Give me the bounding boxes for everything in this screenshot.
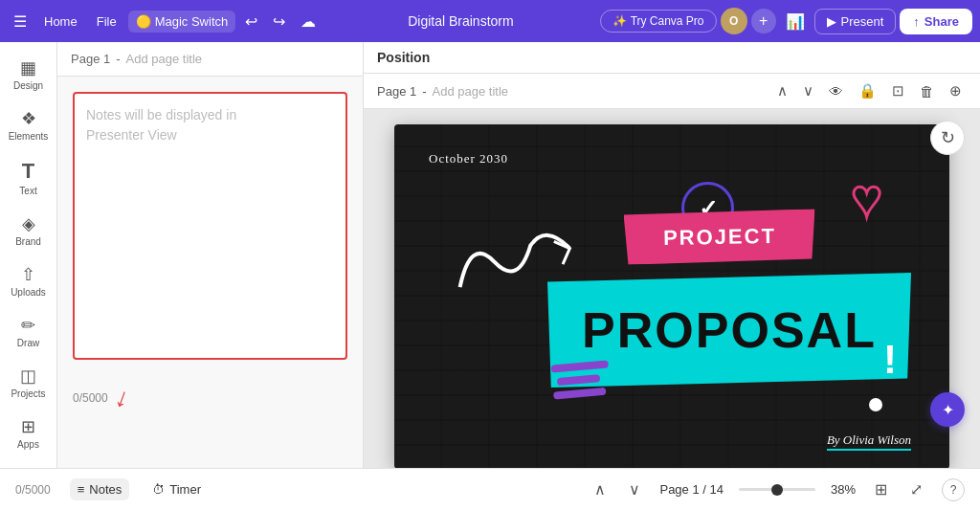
sidebar-item-projects[interactable]: ◫ Projects (4, 358, 54, 407)
move-up-button[interactable]: ∧ (772, 79, 792, 102)
sidebar-item-apps[interactable]: ⊞ Apps (4, 409, 54, 457)
notes-textarea[interactable]: Notes will be displayed in Presenter Vie… (73, 92, 347, 360)
notes-add-title[interactable]: Add page title (126, 52, 203, 66)
slide-page-label: Page 1 (377, 84, 416, 99)
analytics-icon: 📊 (786, 12, 805, 31)
document-title: Digital Brainstorm (408, 13, 513, 29)
sidebar-item-label-apps: Apps (17, 439, 39, 450)
elements-icon: ❖ (21, 108, 36, 129)
sidebar-item-elements[interactable]: ❖ Elements (4, 100, 54, 149)
bottom-char-count: 0/5000 (15, 483, 51, 497)
move-down-button[interactable]: ∨ (798, 79, 818, 102)
draw-icon: ✏ (21, 315, 35, 336)
notes-placeholder-text: Notes will be displayed in Presenter Vie… (86, 105, 334, 145)
char-count-area: 0/5000 ↓ (57, 375, 363, 421)
home-button[interactable]: Home (36, 11, 85, 33)
analytics-button[interactable]: 📊 (780, 9, 811, 34)
home-label: Home (44, 14, 78, 29)
chevron-down-icon[interactable]: ∨ (625, 477, 644, 502)
refresh-button[interactable]: ↻ (930, 121, 965, 155)
project-banner: PROJECT (624, 209, 816, 264)
sidebar-item-brand[interactable]: ◈ Brand (4, 206, 54, 255)
project-label: PROJECT (663, 223, 776, 250)
proposal-label: PROPOSAL (582, 301, 877, 359)
zoom-level: 38% (831, 482, 856, 497)
present-label: Present (841, 14, 884, 29)
timer-button[interactable]: ⏱ Timer (145, 478, 209, 500)
file-label: File (97, 14, 117, 29)
apps-icon: ⊞ (21, 416, 35, 437)
notes-label: Notes (89, 482, 122, 497)
slide-page-header: Page 1 - Add page title ∧ ∨ 👁 🔒 ⊡ 🗑 ⊕ (364, 74, 980, 109)
sidebar-item-label-elements: Elements (9, 131, 49, 142)
present-icon: ▶ (827, 14, 836, 29)
share-label: Share (924, 14, 959, 29)
slide-date: October 2030 (429, 151, 508, 166)
avatar[interactable]: O (721, 8, 747, 34)
exclamation-art: ! (883, 337, 897, 383)
plus-icon: + (759, 12, 768, 30)
sidebar-item-uploads[interactable]: ⇧ Uploads (4, 256, 54, 305)
lock-button[interactable]: 🔒 (854, 79, 881, 102)
grid-view-button[interactable]: ⊞ (871, 477, 891, 502)
hamburger-button[interactable]: ☰ (8, 9, 33, 34)
undo-icon: ↩ (245, 12, 257, 31)
uploads-icon: ⇧ (21, 264, 35, 285)
slide-author: By Olivia Wilson (827, 432, 911, 448)
delete-button[interactable]: 🗑 (915, 80, 939, 102)
file-button[interactable]: File (89, 11, 124, 33)
notes-placeholder-line1: Notes will be displayed in (86, 107, 236, 122)
canvas-area: Position Page 1 - Add page title ∧ ∨ 👁 🔒… (364, 42, 980, 468)
sidebar-item-label-text: Text (19, 186, 36, 196)
sidebar-item-text[interactable]: T Text (4, 151, 54, 204)
visibility-button[interactable]: 👁 (824, 80, 848, 102)
sidebar-item-draw[interactable]: ✏ Draw (4, 307, 54, 356)
notes-button[interactable]: ≡ Notes (70, 478, 130, 500)
hamburger-icon: ☰ (13, 12, 27, 31)
slider-track (739, 488, 815, 491)
notes-page-label: Page 1 (71, 52, 110, 66)
position-panel-title: Position (377, 50, 430, 65)
add-button[interactable]: ⊕ (945, 79, 967, 102)
redo-button[interactable]: ↪ (267, 9, 291, 34)
share-button[interactable]: ↑ Share (900, 9, 972, 34)
sidebar-item-label-draw: Draw (17, 338, 39, 348)
sidebar-item-label-uploads: Uploads (11, 287, 46, 298)
slider-thumb (771, 484, 783, 496)
chevron-up-icon[interactable]: ∧ (590, 477, 610, 502)
sidebar-item-label-projects: Projects (11, 388, 45, 399)
try-pro-label: Try Canva Pro (631, 14, 704, 28)
try-pro-button[interactable]: ✨ Try Canva Pro (600, 10, 717, 33)
cloud-save-button[interactable]: ☁ (295, 9, 322, 34)
present-button[interactable]: ▶ Present (814, 9, 897, 34)
char-count: 0/5000 (73, 391, 108, 405)
slide-add-title[interactable]: Add page title (433, 84, 509, 99)
sidebar-item-label-brand: Brand (15, 236, 41, 247)
brand-icon: ◈ (22, 213, 35, 234)
sidebar-item-design[interactable]: ▦ Design (4, 50, 54, 99)
cloud-icon: ☁ (301, 12, 316, 31)
notes-placeholder-line2: Presenter View (86, 127, 177, 143)
try-pro-icon: ✨ (612, 14, 627, 28)
projects-icon: ◫ (20, 366, 36, 387)
page-info: Page 1 / 14 (659, 482, 724, 497)
sidebar: ▦ Design ❖ Elements T Text ◈ Brand ⇧ Upl… (0, 42, 57, 468)
magic-editor-button[interactable]: ✦ (930, 392, 965, 427)
magic-switch-label: Magic Switch (155, 14, 229, 29)
fullscreen-button[interactable]: ⤢ (906, 477, 926, 502)
undo-button[interactable]: ↩ (239, 9, 263, 34)
white-dot-art (869, 398, 882, 411)
add-collaborator-button[interactable]: + (751, 9, 776, 33)
copy-button[interactable]: ⊡ (887, 79, 909, 102)
zoom-slider[interactable] (739, 488, 815, 491)
magic-switch-icon: 🟡 (136, 14, 151, 29)
slide-canvas[interactable]: October 2030 ✓ ♥ PROJECT (394, 124, 949, 468)
share-icon: ↑ (913, 14, 920, 29)
bottom-bar: 0/5000 ≡ Notes ⏱ Timer ∧ ∨ Page 1 / 14 3… (0, 468, 980, 510)
magic-switch-button[interactable]: 🟡 Magic Switch (128, 11, 236, 33)
arrow-indicator-icon: ↓ (111, 382, 134, 415)
canvas-header: Position (364, 42, 980, 74)
slide-author-text: By Olivia Wilson (827, 432, 911, 451)
help-button[interactable]: ? (942, 478, 965, 501)
top-navigation: ☰ Home File 🟡 Magic Switch ↩ ↪ ☁ Digital… (0, 0, 980, 42)
